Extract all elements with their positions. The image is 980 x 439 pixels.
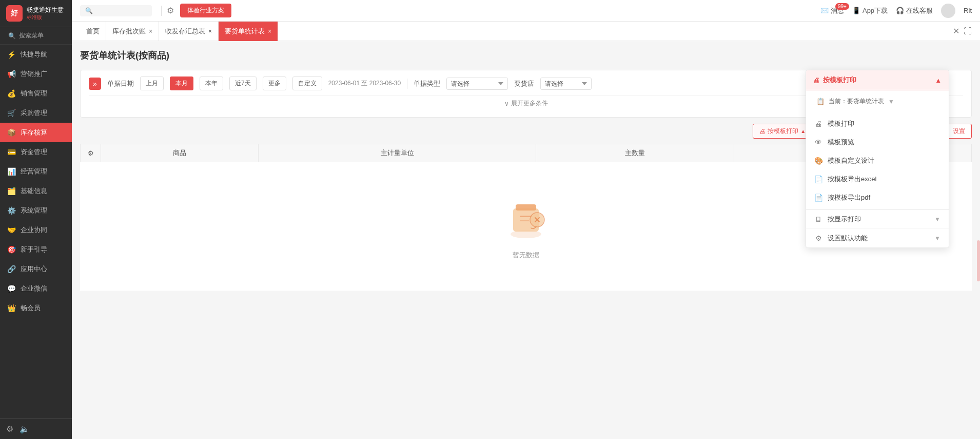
sales-icon: 💰 <box>6 89 16 98</box>
settings-footer-icon[interactable]: ⚙ <box>6 424 13 434</box>
marketing-icon: 📢 <box>6 70 16 78</box>
set-default-arrow: ▼ <box>934 235 940 242</box>
tabs-controls: ✕ ⛶ <box>953 26 972 36</box>
tab-receipt-summary[interactable]: 收发存汇总表 × <box>159 22 219 41</box>
current-icon: 📋 <box>816 98 825 105</box>
online-service-btn[interactable]: 🎧 在线客服 <box>896 6 933 15</box>
message-btn[interactable]: ✉️ 消息 99+ <box>820 6 844 15</box>
tabs-bar: 首页 库存批次账 × 收发存汇总表 × 要货单统计表 × ✕ ⛶ <box>72 22 980 41</box>
type-select[interactable]: 请选择 <box>446 78 508 90</box>
sidebar-item-guide[interactable]: 🎯 新手引导 <box>0 240 72 259</box>
app-download-icon: 📱 <box>852 7 860 14</box>
th-product: 商品 <box>101 144 259 162</box>
sidebar-item-purchase[interactable]: 🛒 采购管理 <box>0 103 72 123</box>
settings-button[interactable]: 设置 <box>946 124 972 139</box>
th-gear[interactable]: ⚙ <box>81 144 101 162</box>
topbar: 🔍 ⚙ 体验行业方案 ✉️ 消息 99+ 📱 App下载 🎧 在线客服 Rit <box>72 0 980 22</box>
sidebar-item-system[interactable]: ⚙️ 系统管理 <box>0 201 72 220</box>
sidebar-item-quick-nav[interactable]: ⚡ 快捷导航 <box>0 45 72 64</box>
close-tab-icon[interactable]: ✕ <box>953 26 959 36</box>
guide-icon: 🎯 <box>6 245 16 254</box>
sidebar-item-inventory[interactable]: 📦 库存核算 <box>0 123 72 142</box>
sidebar-item-operations[interactable]: 📊 经营管理 <box>0 162 72 181</box>
tab-close-inventory-batch[interactable]: × <box>149 28 152 35</box>
expand-chevron-icon: ∨ <box>504 100 509 107</box>
template-design-icon: 🎨 <box>814 157 822 165</box>
sidebar-item-vip[interactable]: 👑 畅会员 <box>0 298 72 318</box>
operations-icon: 📊 <box>6 167 16 176</box>
current-year-btn[interactable]: 本年 <box>200 77 223 90</box>
app-logo: 好 畅捷通好生意 标准版 <box>0 0 72 27</box>
type-label: 单据类型 <box>414 79 440 88</box>
topbar-search-icon: 🔍 <box>85 7 93 14</box>
user-avatar[interactable] <box>941 4 955 18</box>
last7days-btn[interactable]: 近7天 <box>229 77 257 90</box>
filter-expand-button[interactable]: » <box>89 78 101 90</box>
maximize-tab-icon[interactable]: ⛶ <box>964 27 972 36</box>
purchase-icon: 🛒 <box>6 109 16 117</box>
scroll-hint <box>977 240 980 281</box>
audio-footer-icon[interactable]: 🔈 <box>19 424 30 434</box>
topbar-divider <box>161 6 162 16</box>
sidebar-item-collab[interactable]: 🤝 企业协同 <box>0 220 72 240</box>
sidebar-item-basic[interactable]: 🗂️ 基础信息 <box>0 181 72 201</box>
dropdown-item-template-preview[interactable]: 👁 模板预览 <box>806 133 949 151</box>
tab-order-stats[interactable]: 要货单统计表 × <box>219 22 278 41</box>
store-select[interactable]: 请选择 <box>540 78 592 90</box>
sidebar-item-appstore[interactable]: 🔗 应用中心 <box>0 259 72 279</box>
dropdown-header: 🖨 按模板打印 ▲ <box>806 70 949 90</box>
tab-home[interactable]: 首页 <box>80 22 106 41</box>
message-icon: ✉️ <box>820 7 829 14</box>
th-unit: 主计量单位 <box>258 144 536 162</box>
username-label: Rit <box>964 7 972 14</box>
topbar-search[interactable]: 🔍 <box>80 5 152 16</box>
dropdown-item-export-excel[interactable]: 📄 按模板导出excel <box>806 170 949 188</box>
sidebar-item-wechat[interactable]: 💬 企业微信 <box>0 279 72 298</box>
search-menu[interactable]: 🔍 搜索菜单 <box>0 27 72 45</box>
topbar-right: ✉️ 消息 99+ 📱 App下载 🎧 在线客服 Rit <box>820 4 972 18</box>
sidebar-nav: ⚡ 快捷导航 📢 营销推广 💰 销售管理 🛒 采购管理 📦 库存核算 💳 资金管… <box>0 45 72 418</box>
template-preview-icon: 👁 <box>814 138 822 146</box>
print-template-button[interactable]: 🖨 按模板打印 ▲ <box>753 124 812 139</box>
dropdown-item-template-design[interactable]: 🎨 模板自定义设计 <box>806 151 949 170</box>
system-icon: ⚙️ <box>6 206 16 215</box>
dropdown-title: 🖨 按模板打印 <box>813 75 856 85</box>
topbar-gear-icon[interactable]: ⚙ <box>167 6 174 15</box>
prev-month-btn[interactable]: 上月 <box>140 77 164 90</box>
svg-rect-2 <box>516 204 536 211</box>
sidebar-item-marketing[interactable]: 📢 营销推广 <box>0 64 72 84</box>
dropdown-current-item: 📋 当前：要货单统计表 ▼ <box>806 92 949 110</box>
display-print-icon: 🖥 <box>814 215 822 223</box>
finance-icon: 💳 <box>6 148 16 156</box>
tab-inventory-batch[interactable]: 库存批次账 × <box>106 22 159 41</box>
tab-close-receipt-summary[interactable]: × <box>208 28 212 35</box>
dropdown-items-section: 🖨 模板打印 👁 模板预览 🎨 模板自定义设计 📄 按模板导出excel 📄 <box>806 112 949 209</box>
more-dates-btn[interactable]: 更多 <box>263 77 286 90</box>
dropdown-sub-section: 🖥 按显示打印 ▼ ⚙ 设置默认功能 ▼ <box>806 209 949 247</box>
trial-button[interactable]: 体验行业方案 <box>180 4 231 17</box>
custom-date-btn[interactable]: 自定义 <box>292 77 322 90</box>
dropdown-current-section: 📋 当前：要货单统计表 ▼ <box>806 90 949 112</box>
wechat-icon: 💬 <box>6 284 16 293</box>
set-default-icon: ⚙ <box>814 234 822 242</box>
dropdown-item-template-print[interactable]: 🖨 模板打印 <box>806 114 949 133</box>
app-download-btn[interactable]: 📱 App下载 <box>852 6 888 15</box>
sidebar-item-finance[interactable]: 💳 资金管理 <box>0 142 72 162</box>
dropdown-item-export-pdf[interactable]: 📄 按模板导出pdf <box>806 188 949 207</box>
tab-close-order-stats[interactable]: × <box>268 28 271 35</box>
current-month-btn[interactable]: 本月 <box>170 77 193 90</box>
service-icon: 🎧 <box>896 7 904 14</box>
dropdown-item-display-print[interactable]: 🖥 按显示打印 ▼ <box>806 209 949 228</box>
appstore-icon: 🔗 <box>6 265 16 273</box>
filter-divider <box>407 79 407 89</box>
empty-text: 暂无数据 <box>513 251 539 260</box>
svg-rect-4 <box>520 220 529 221</box>
inventory-icon: 📦 <box>6 128 16 137</box>
template-print-icon: 🖨 <box>814 120 822 128</box>
dropdown-collapse-icon[interactable]: ▲ <box>935 77 942 84</box>
sidebar-item-sales[interactable]: 💰 销售管理 <box>0 84 72 103</box>
column-settings-icon[interactable]: ⚙ <box>88 149 94 157</box>
dropdown-item-set-default[interactable]: ⚙ 设置默认功能 ▼ <box>806 228 949 247</box>
search-icon: 🔍 <box>8 32 16 40</box>
logo-icon: 好 <box>6 5 23 22</box>
